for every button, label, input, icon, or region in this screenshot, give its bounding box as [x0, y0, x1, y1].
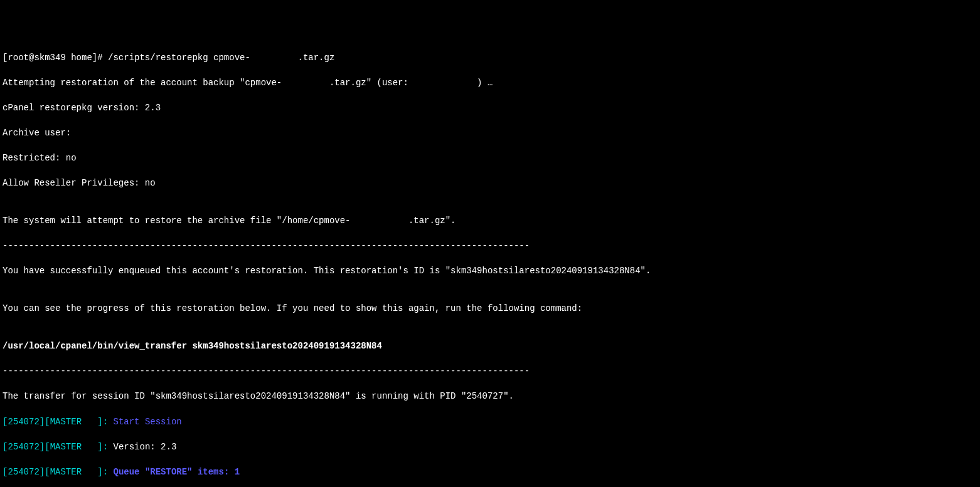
terminal-line: You can see the progress of this restora… [3, 302, 977, 315]
log-line: [254072][MASTER ]: Start Session [3, 416, 977, 428]
terminal-line: Archive user: [3, 127, 977, 139]
terminal-line: You have successfully enqueued this acco… [3, 264, 977, 277]
terminal-line: ----------------------------------------… [3, 365, 977, 377]
terminal-line: /usr/local/cpanel/bin/view_transfer skm3… [3, 340, 977, 352]
log-line: [254072][MASTER ]: Version: 2.3 [3, 441, 977, 453]
log-line: [254072][MASTER ]: Queue "RESTORE" items… [3, 466, 977, 478]
terminal-line: [root@skm349 home]# /scripts/restorepkg … [3, 51, 977, 64]
terminal-line: cPanel restorepkg version: 2.3 [3, 102, 977, 114]
terminal-line: The system will attempt to restore the a… [3, 214, 977, 227]
terminal-line: The transfer for session ID "skm349hosts… [3, 390, 977, 402]
terminal-line: Attempting restoration of the account ba… [3, 76, 977, 89]
terminal-line: Restricted: no [3, 152, 977, 164]
terminal-line: Allow Reseller Privileges: no [3, 177, 977, 189]
terminal-line: ----------------------------------------… [3, 239, 977, 252]
